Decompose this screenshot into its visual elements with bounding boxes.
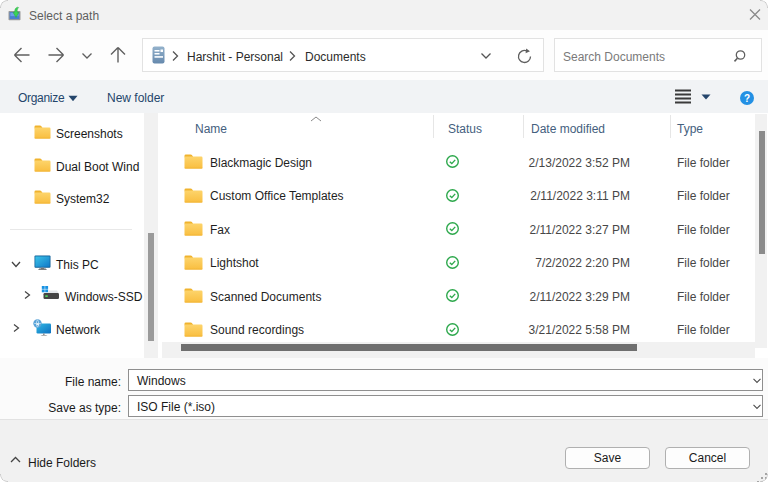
- svg-text:?: ?: [744, 93, 750, 104]
